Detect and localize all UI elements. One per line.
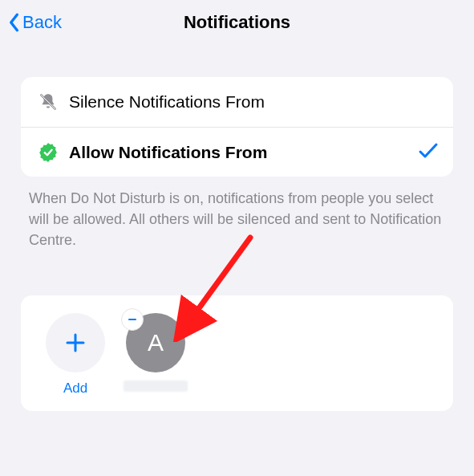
minus-icon (127, 314, 138, 325)
option-silence-label: Silence Notifications From (69, 92, 439, 112)
add-circle (46, 313, 105, 372)
bell-slash-icon (35, 92, 61, 112)
option-silence[interactable]: Silence Notifications From (21, 77, 453, 127)
add-label: Add (63, 380, 87, 397)
nav-bar: Back Notifications (0, 0, 474, 45)
section-footer-text: When Do Not Disturb is on, notifications… (29, 188, 445, 250)
page-title: Notifications (184, 12, 290, 33)
option-allow-label: Allow Notifications From (69, 143, 418, 162)
contact-item[interactable]: A (115, 313, 196, 397)
back-label: Back (22, 12, 62, 33)
add-person-button[interactable]: Add (35, 313, 115, 397)
chevron-left-icon (8, 13, 19, 32)
contact-name-redacted (124, 380, 188, 392)
option-allow[interactable]: Allow Notifications From (21, 127, 453, 177)
back-button[interactable]: Back (8, 0, 62, 45)
checkmark-icon (418, 142, 439, 163)
badge-check-icon (35, 142, 61, 163)
plus-icon (63, 331, 87, 355)
notification-mode-card: Silence Notifications From Allow Notific… (21, 77, 453, 177)
people-card: Add A (21, 295, 453, 411)
avatar-initial: A (148, 329, 164, 356)
